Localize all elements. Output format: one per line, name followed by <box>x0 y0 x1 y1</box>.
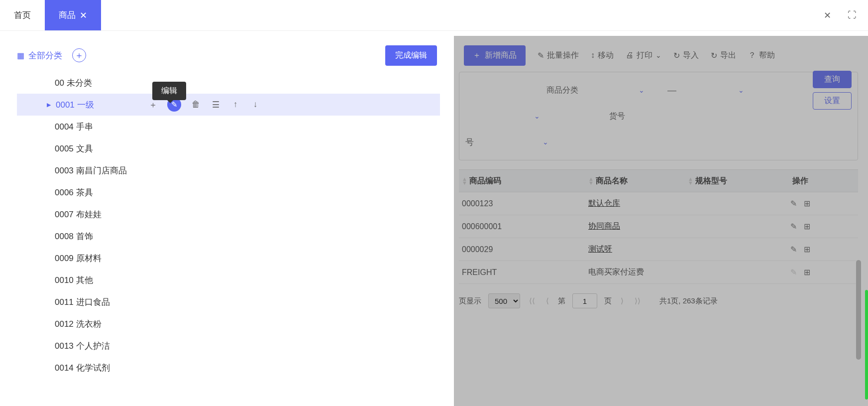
add-category-button[interactable]: ＋ <box>72 48 86 62</box>
category-label: 0008 首饰 <box>55 231 93 242</box>
move-up-icon[interactable]: ↑ <box>230 99 241 110</box>
category-label: 0011 进口食品 <box>55 296 110 308</box>
category-label: 0001 一级 <box>56 99 94 111</box>
modal-overlay[interactable] <box>454 36 868 406</box>
category-label: 0009 原材料 <box>55 253 102 264</box>
category-item[interactable]: 0003 南昌门店商品 <box>17 159 440 181</box>
category-item[interactable]: 0004 手串 <box>17 116 440 137</box>
category-item[interactable]: ▶0001 一级＋✎🗑☰↑↓ <box>17 94 440 116</box>
category-label: 0010 其他 <box>55 274 93 286</box>
category-panel: ▦ 全部分类 ＋ 完成编辑 编辑 00 未分类▶0001 一级＋✎🗑☰↑↓000… <box>5 36 448 400</box>
category-item[interactable]: 0009 原材料 <box>17 247 440 269</box>
finish-edit-button[interactable]: 完成编辑 <box>385 45 437 66</box>
category-label: 00 未分类 <box>55 77 92 89</box>
caret-right-icon: ▶ <box>47 102 51 108</box>
category-item[interactable]: 0005 文具 <box>17 137 440 159</box>
delete-icon[interactable]: 🗑 <box>190 99 201 110</box>
category-item[interactable]: 00 未分类 <box>17 72 440 94</box>
view-icon[interactable]: ☰ <box>210 99 221 110</box>
category-label: 0014 化学试剂 <box>55 362 110 374</box>
tab-home[interactable]: 首页 <box>0 0 45 30</box>
category-label: 0004 手串 <box>55 121 93 133</box>
category-item[interactable]: 0007 布娃娃 <box>17 203 440 225</box>
side-indicator <box>865 290 868 400</box>
category-label: 0005 文具 <box>55 143 93 154</box>
category-label: 0006 茶具 <box>55 187 93 198</box>
move-down-icon[interactable]: ↓ <box>250 99 261 110</box>
category-item[interactable]: 0013 个人护洁 <box>17 335 440 357</box>
category-item[interactable]: 0008 首饰 <box>17 225 440 247</box>
edit-tooltip: 编辑 <box>152 82 186 100</box>
category-item[interactable]: 0006 茶具 <box>17 181 440 203</box>
category-item[interactable]: 0011 进口食品 <box>17 291 440 313</box>
category-label: 0003 南昌门店商品 <box>55 165 127 176</box>
category-label: 0012 洗衣粉 <box>55 318 102 330</box>
category-label: 0007 布娃娃 <box>55 209 102 220</box>
category-item[interactable]: 0010 其他 <box>17 269 440 291</box>
tab-bar: 首页 商品 ✕ ✕ ⛶ <box>0 0 868 31</box>
category-item[interactable]: 0012 洗衣粉 <box>17 313 440 335</box>
add-child-icon[interactable]: ＋ <box>147 99 158 110</box>
close-icon[interactable]: ✕ <box>818 6 836 24</box>
all-categories-button[interactable]: ▦ 全部分类 <box>17 50 62 61</box>
tab-product-label: 商品 <box>59 9 76 21</box>
category-label: 0013 个人护洁 <box>55 340 110 352</box>
tab-product[interactable]: 商品 ✕ <box>45 0 101 30</box>
grid-icon: ▦ <box>17 51 24 60</box>
tab-close-icon[interactable]: ✕ <box>80 10 87 21</box>
category-item[interactable]: 0014 化学试剂 <box>17 357 440 379</box>
fullscreen-icon[interactable]: ⛶ <box>843 6 861 24</box>
category-list[interactable]: 00 未分类▶0001 一级＋✎🗑☰↑↓0004 手串0005 文具0003 南… <box>17 72 443 395</box>
